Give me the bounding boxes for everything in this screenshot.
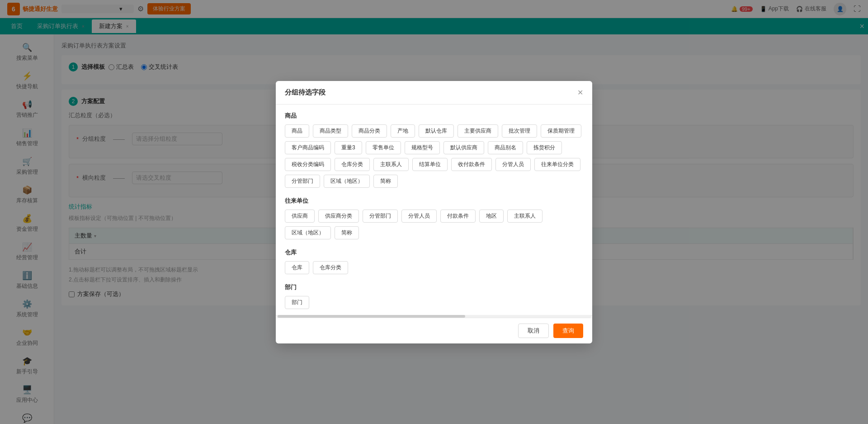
- modal-confirm-btn[interactable]: 查询: [553, 324, 583, 338]
- tag-main-contact[interactable]: 主联系人: [373, 158, 409, 171]
- group-warehouse-title: 仓库: [285, 248, 583, 257]
- tag-warehouse-class[interactable]: 仓库分类: [313, 261, 348, 274]
- tag-default-supplier[interactable]: 默认供应商: [443, 141, 484, 154]
- tag-spec-model[interactable]: 规格型号: [405, 141, 440, 154]
- modal-overlay: 分组待选字段 ✕ 商品 商品 商品类型 商品分类 产地 默认仓库 主要供应商 批…: [0, 0, 868, 424]
- tag-retail-unit[interactable]: 零售单位: [366, 141, 401, 154]
- tag-mgmt-dept[interactable]: 分管部门: [285, 175, 320, 188]
- tag-origin[interactable]: 产地: [391, 124, 415, 138]
- tag-settlement-unit[interactable]: 结算单位: [412, 158, 448, 171]
- tag-customer-code[interactable]: 客户商品编码: [285, 141, 331, 154]
- tag-product[interactable]: 商品: [285, 124, 309, 138]
- tag-main-contact-party[interactable]: 主联系人: [507, 210, 542, 223]
- tag-warehouse-category[interactable]: 仓库分类: [335, 158, 370, 171]
- tag-supplier-category[interactable]: 供应商分类: [318, 210, 359, 223]
- tag-short-name-product[interactable]: 简称: [373, 175, 398, 188]
- modal-close-btn[interactable]: ✕: [577, 88, 583, 97]
- tag-area-region[interactable]: 区域（地区）: [285, 226, 331, 239]
- tag-pick-points[interactable]: 拣货积分: [527, 141, 562, 154]
- group-warehouse-tags: 仓库 仓库分类: [285, 261, 583, 274]
- tag-batch-mgmt[interactable]: 批次管理: [502, 124, 537, 138]
- modal-title: 分组待选字段: [285, 88, 326, 97]
- tag-shelf-life[interactable]: 保质期管理: [541, 124, 581, 138]
- tag-party-dept[interactable]: 分管部门: [363, 210, 398, 223]
- modal-cancel-btn[interactable]: 取消: [518, 324, 549, 338]
- tag-tax-code[interactable]: 税收分类编码: [285, 158, 331, 171]
- tag-warehouse[interactable]: 仓库: [285, 261, 309, 274]
- modal-header: 分组待选字段 ✕: [276, 81, 592, 105]
- tag-region-party[interactable]: 地区: [479, 210, 504, 223]
- tag-weight3[interactable]: 重量3: [335, 141, 362, 154]
- group-party-tags: 供应商 供应商分类 分管部门 分管人员 付款条件 地区 主联系人 区域（地区） …: [285, 210, 583, 239]
- tag-product-category[interactable]: 商品分类: [352, 124, 387, 138]
- group-product-tags: 商品 商品类型 商品分类 产地 默认仓库 主要供应商 批次管理 保质期管理 客户…: [285, 124, 583, 188]
- field-select-modal: 分组待选字段 ✕ 商品 商品 商品类型 商品分类 产地 默认仓库 主要供应商 批…: [276, 81, 592, 343]
- modal-body: 商品 商品 商品类型 商品分类 产地 默认仓库 主要供应商 批次管理 保质期管理…: [276, 105, 592, 315]
- tag-product-alias[interactable]: 商品别名: [488, 141, 523, 154]
- tag-party-person[interactable]: 分管人员: [401, 210, 437, 223]
- tag-short-name-party[interactable]: 简称: [335, 226, 359, 239]
- group-product-title: 商品: [285, 112, 583, 120]
- tag-payment-condition[interactable]: 付款条件: [440, 210, 476, 223]
- group-party-title: 往来单位: [285, 197, 583, 205]
- group-dept-tags: 部门: [285, 296, 583, 309]
- tag-default-warehouse[interactable]: 默认仓库: [419, 124, 454, 138]
- tag-region-product[interactable]: 区域（地区）: [324, 175, 370, 188]
- tag-payment-terms[interactable]: 收付款条件: [451, 158, 492, 171]
- tag-main-supplier[interactable]: 主要供应商: [458, 124, 498, 138]
- tag-party-category[interactable]: 往来单位分类: [534, 158, 580, 171]
- group-dept-title: 部门: [285, 283, 583, 291]
- tag-mgmt-person[interactable]: 分管人员: [495, 158, 531, 171]
- tag-product-type[interactable]: 商品类型: [313, 124, 348, 138]
- tag-supplier[interactable]: 供应商: [285, 210, 315, 223]
- group-product: 商品 商品 商品类型 商品分类 产地 默认仓库 主要供应商 批次管理 保质期管理…: [285, 112, 583, 188]
- group-dept: 部门 部门: [285, 283, 583, 309]
- group-warehouse: 仓库 仓库 仓库分类: [285, 248, 583, 274]
- modal-footer: 取消 查询: [276, 318, 592, 343]
- group-party: 往来单位 供应商 供应商分类 分管部门 分管人员 付款条件 地区 主联系人 区域…: [285, 197, 583, 239]
- tag-dept[interactable]: 部门: [285, 296, 309, 309]
